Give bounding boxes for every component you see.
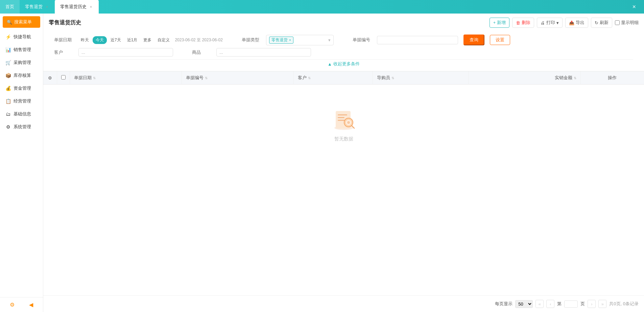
svg-rect-2	[338, 114, 347, 115]
export-button[interactable]: 📤 导出	[565, 18, 588, 28]
refresh-button[interactable]: ↻ 刷新	[591, 18, 612, 28]
date-btn-1month[interactable]: 近1月	[125, 36, 140, 44]
total-info: 共0页, 0条记录	[609, 301, 639, 307]
sidebar-item-purchase-mgmt-label: 采购管理	[14, 60, 31, 66]
sidebar-item-system[interactable]: ⚙ 系统管理	[0, 120, 43, 133]
prev-page-button[interactable]: ‹	[546, 300, 554, 308]
table-wrapper: ⚙ 单据日期 ⇅	[43, 71, 644, 295]
sidebar-item-quick-nav-label: 快捷导航	[14, 34, 31, 40]
next-page-button[interactable]: ›	[588, 300, 596, 308]
sidebar-item-quick-nav[interactable]: ⚡ 快捷导航	[0, 30, 43, 43]
collapse-sidebar-icon[interactable]: ◀	[29, 302, 33, 308]
date-filter-buttons: 昨天 今天 近7天 近1月 更多 自定义 2023-06-02 至 2023-0…	[78, 36, 223, 44]
empty-icon	[330, 105, 357, 132]
th-guide-sort[interactable]: 导购员 ⇅	[377, 75, 464, 81]
svg-point-8	[347, 121, 350, 124]
date-btn-custom[interactable]: 自定义	[155, 36, 172, 44]
settings-bottom-icon[interactable]: ⚙	[10, 302, 15, 308]
inventory-icon: 📦	[5, 73, 11, 78]
refresh-icon: ↻	[595, 20, 598, 25]
tab-retail-return[interactable]: 零售退货 ×	[20, 0, 55, 14]
sidebar-item-system-label: 系统管理	[14, 124, 31, 130]
sidebar-search[interactable]: 🔍 搜索菜单	[3, 16, 40, 28]
tab-home[interactable]: 首页	[0, 0, 20, 14]
new-button[interactable]: + 新增	[490, 18, 509, 28]
query-button[interactable]: 查询	[463, 35, 484, 45]
th-bill-no-sort[interactable]: 单据编号 ⇅	[186, 75, 289, 81]
settings-button[interactable]: 设置	[490, 35, 510, 45]
sidebar-item-inventory[interactable]: 📦 库存核算	[0, 69, 43, 82]
th-amount-sort-icon: ⇅	[574, 76, 576, 80]
sidebar-item-finance[interactable]: 💰 资金管理	[0, 82, 43, 95]
per-page-select[interactable]: 10 20 50 100	[515, 300, 533, 308]
page-header-top: 零售退货历史 + 新增 🗑 删除 🖨 打印 ▾ 📤 导出	[49, 18, 639, 28]
top-bar: 首页 零售退货 × 零售退货历史 × ×	[0, 0, 644, 14]
type-filter-select[interactable]: 零售退货 × ▾	[266, 35, 334, 45]
th-date-label: 单据日期	[74, 75, 92, 81]
type-filter-tag-close[interactable]: ×	[289, 38, 291, 42]
date-btn-more[interactable]: 更多	[141, 36, 154, 44]
per-page-label: 每页显示	[495, 301, 512, 307]
sidebar-item-operations[interactable]: 📋 经营管理	[0, 95, 43, 108]
sidebar-item-inventory-label: 库存核算	[14, 72, 31, 79]
page-label: 页	[580, 301, 585, 307]
type-filter-label: 单据类型	[242, 37, 261, 43]
pagination: 每页显示 10 20 50 100 « ‹ 第 1 页 › » 共0页, 0条记…	[43, 295, 644, 312]
svg-rect-3	[338, 117, 344, 118]
tab-retail-return-history-close[interactable]: ×	[89, 4, 93, 9]
main-layout: 🔍 搜索菜单 ⚡ 快捷导航 📊 销售管理 🛒 采购管理 📦 库存核算 💰 资金管…	[0, 14, 644, 312]
column-settings-icon[interactable]: ⚙	[48, 75, 52, 81]
th-guide: 导购员 ⇅	[373, 71, 469, 85]
th-bill-no-label: 单据编号	[186, 75, 204, 81]
th-date: 单据日期 ⇅	[70, 71, 182, 85]
print-button[interactable]: 🖨 打印 ▾	[537, 18, 563, 28]
collapse-button[interactable]: ▲ 收起更多条件	[54, 59, 633, 68]
sidebar-item-base-info-label: 基础信息	[14, 111, 31, 117]
sidebar-item-purchase-mgmt[interactable]: 🛒 采购管理	[0, 56, 43, 69]
page-header: 零售退货历史 + 新增 🗑 删除 🖨 打印 ▾ 📤 导出	[43, 14, 644, 71]
content-area: ⚙ 单据日期 ⇅	[43, 71, 644, 312]
tab-bar: 首页 零售退货 × 零售退货历史 ×	[0, 0, 629, 14]
customer-filter-select[interactable]: ...	[78, 48, 173, 57]
type-filter-dropdown-icon: ▾	[328, 38, 331, 43]
delete-button[interactable]: 🗑 删除	[512, 18, 534, 28]
th-date-sort[interactable]: 单据日期 ⇅	[74, 75, 177, 81]
sidebar-item-base-info[interactable]: 🗂 基础信息	[0, 108, 43, 120]
tab-retail-return-history[interactable]: 零售退货历史 ×	[55, 0, 99, 14]
delete-icon: 🗑	[516, 20, 520, 25]
last-page-button[interactable]: »	[598, 300, 606, 308]
sidebar-search-label: 搜索菜单	[14, 19, 32, 25]
th-amount: 实销金额 ⇅	[469, 71, 580, 85]
first-page-button[interactable]: «	[535, 300, 544, 308]
th-actions-label: 操作	[608, 75, 617, 80]
window-close-button[interactable]: ×	[629, 2, 639, 12]
sales-mgmt-icon: 📊	[5, 47, 11, 52]
select-all-checkbox[interactable]	[61, 75, 66, 80]
show-detail-checkbox[interactable]	[615, 20, 620, 25]
bill-no-input[interactable]	[377, 36, 458, 44]
th-bill-no: 单据编号 ⇅	[182, 71, 293, 85]
print-dropdown-icon: ▾	[556, 20, 559, 25]
system-icon: ⚙	[5, 124, 11, 130]
goods-filter-select[interactable]: ...	[216, 48, 311, 57]
goods-filter-label: 商品	[192, 49, 211, 55]
header-actions: + 新增 🗑 删除 🖨 打印 ▾ 📤 导出 ↻	[490, 18, 639, 28]
page-number-input[interactable]: 1	[564, 300, 578, 308]
th-amount-sort[interactable]: 实销金额 ⇅	[473, 75, 576, 81]
sidebar: 🔍 搜索菜单 ⚡ 快捷导航 📊 销售管理 🛒 采购管理 📦 库存核算 💰 资金管…	[0, 14, 43, 312]
print-icon: 🖨	[541, 20, 545, 25]
filter-row-2: 客户 ... 商品 ...	[54, 48, 633, 57]
date-btn-today[interactable]: 今天	[93, 36, 107, 44]
th-customer-sort[interactable]: 客户 ⇅	[298, 75, 368, 81]
base-info-icon: 🗂	[5, 111, 11, 117]
tab-retail-return-close[interactable]: ×	[45, 4, 49, 9]
date-btn-yesterday[interactable]: 昨天	[78, 36, 91, 44]
show-detail-label[interactable]: 显示明细	[615, 20, 639, 26]
sidebar-item-sales-mgmt[interactable]: 📊 销售管理	[0, 43, 43, 56]
sidebar-item-finance-label: 资金管理	[14, 85, 31, 91]
customer-filter-label: 客户	[54, 49, 73, 55]
th-guide-sort-icon: ⇅	[391, 76, 394, 80]
th-check	[57, 71, 70, 85]
th-customer-label: 客户	[298, 75, 307, 81]
date-btn-7days[interactable]: 近7天	[108, 36, 123, 44]
